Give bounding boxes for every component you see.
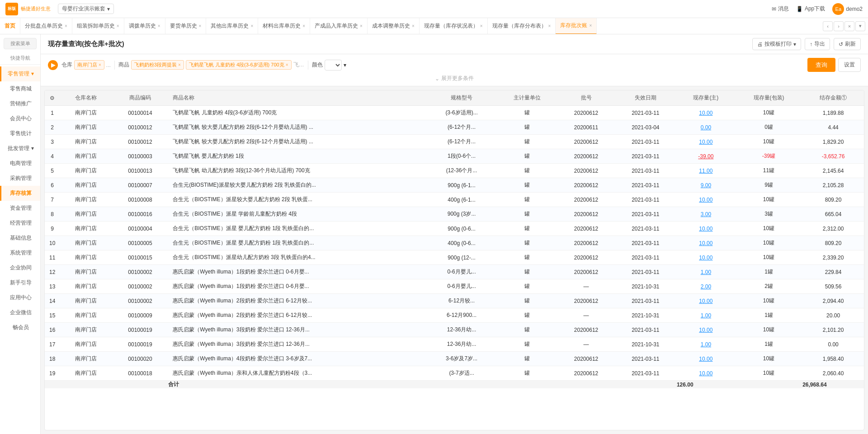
col-gear[interactable]: ⚙ xyxy=(45,90,60,106)
cell-code: 00100014 xyxy=(112,106,169,120)
cell-qty-main[interactable]: 3.00 xyxy=(677,207,735,222)
sidebar-item-retail-shop[interactable]: 零售商城 xyxy=(0,81,40,96)
color-select[interactable] xyxy=(325,60,342,71)
sidebar-item-newguide[interactable]: 新手引导 xyxy=(0,275,40,290)
sidebar-item-system[interactable]: 系统管理 xyxy=(0,245,40,260)
tab-2[interactable]: 组装拆卸单历史 × xyxy=(72,18,124,34)
settings-button[interactable]: 设置 xyxy=(838,58,861,72)
tab-10-close[interactable]: × xyxy=(548,24,551,28)
tab-home[interactable]: 首页 xyxy=(0,18,20,34)
cell-qty-main[interactable]: 9.00 xyxy=(677,178,735,193)
sidebar-item-corpwechat[interactable]: 企业微信 xyxy=(0,305,40,320)
message-button[interactable]: ✉ 消息 xyxy=(772,5,789,13)
cell-qty-main[interactable]: 2.00 xyxy=(677,279,735,294)
tab-5[interactable]: 其他出库单历史 × xyxy=(206,18,258,34)
sidebar-item-basic[interactable]: 基础信息 xyxy=(0,231,40,245)
sidebar-item-ecom[interactable]: 电商管理 xyxy=(0,156,40,171)
query-button[interactable]: 查询 xyxy=(807,58,835,72)
filter-expand-button[interactable]: ▶ xyxy=(48,60,58,70)
user-avatar-area[interactable]: Ea demo2 xyxy=(832,3,863,15)
sidebar-item-operation[interactable]: 经营管理 xyxy=(0,216,40,231)
cell-code: 00100019 xyxy=(112,337,169,352)
cell-qty-main[interactable]: 10.00 xyxy=(677,135,735,149)
tab-9-close[interactable]: × xyxy=(480,24,483,28)
tab-8[interactable]: 成本调整单历史 × xyxy=(368,18,420,34)
cell-spec: 400g (0-6... xyxy=(427,236,497,250)
tab-4-close[interactable]: × xyxy=(199,24,202,28)
tab-11[interactable]: 库存批次账 × xyxy=(556,18,597,34)
tab-6[interactable]: 材料出库单历史 × xyxy=(258,18,310,34)
sidebar-item-batch[interactable]: 批发管理 ▾ xyxy=(0,141,40,156)
cell-qty-main[interactable]: 11.00 xyxy=(677,164,735,178)
tab-home-label: 首页 xyxy=(5,22,15,30)
cell-qty-main[interactable]: 1.00 xyxy=(677,308,735,323)
tab-10[interactable]: 现存量（库存分布表） × xyxy=(488,18,556,34)
cell-qty-main[interactable]: -39.00 xyxy=(677,149,735,164)
tab-4[interactable]: 要货单历史 × xyxy=(165,18,207,34)
cell-batch: 20200612 xyxy=(558,250,614,265)
product-more[interactable]: 飞… xyxy=(293,61,304,69)
product-tag-1-remove[interactable]: × xyxy=(178,62,181,67)
cell-qty-main[interactable]: 10.00 xyxy=(677,294,735,308)
tab-5-close[interactable]: × xyxy=(250,24,253,28)
cell-qty-main[interactable]: 10.00 xyxy=(677,366,735,381)
tab-7-close[interactable]: × xyxy=(360,24,363,28)
cell-qty-main[interactable]: 10.00 xyxy=(677,236,735,250)
cell-qty-main[interactable]: 10.00 xyxy=(677,323,735,337)
cell-qty-main[interactable]: 1.00 xyxy=(677,337,735,352)
product-tag-2-remove[interactable]: × xyxy=(286,62,288,67)
cell-no: 4 xyxy=(45,149,60,164)
cell-code: 00100020 xyxy=(112,352,169,366)
cell-qty-main[interactable]: 10.00 xyxy=(677,222,735,236)
cell-expire: 2021-03-11 xyxy=(614,135,677,149)
sidebar-item-member[interactable]: 会员中心 xyxy=(0,111,40,126)
sidebar-item-enterprise[interactable]: 企业协同 xyxy=(0,260,40,275)
sidebar-item-system-label: 系统管理 xyxy=(10,250,32,256)
cell-qty-main[interactable]: 10.00 xyxy=(677,106,735,120)
sidebar-item-appstore[interactable]: 应用中心 xyxy=(0,290,40,305)
cell-qty-main[interactable]: 10.00 xyxy=(677,250,735,265)
app-download-button[interactable]: 📱 App下载 xyxy=(796,5,825,13)
cell-qty-main[interactable]: 10.00 xyxy=(677,352,735,366)
sidebar-item-retail-stats[interactable]: 零售统计 xyxy=(0,126,40,141)
tab-8-close[interactable]: × xyxy=(412,24,415,28)
cell-qty-main[interactable]: 0.00 xyxy=(677,120,735,135)
search-menu-button[interactable]: 搜索菜单 xyxy=(4,38,37,49)
refresh-icon: ↺ xyxy=(839,41,843,47)
warehouse-filter-group: 仓库 南岸门店 × ... xyxy=(61,60,111,70)
cell-unit: 罐 xyxy=(497,265,558,279)
refresh-button[interactable]: ↺ 刷新 xyxy=(834,38,861,50)
tab-next-btn[interactable]: › xyxy=(834,21,844,31)
template-print-button[interactable]: 🖨 按模板打印 ▾ xyxy=(752,38,801,50)
tab-1-close[interactable]: × xyxy=(65,24,67,28)
export-button[interactable]: ↑ 导出 xyxy=(805,38,830,50)
sidebar-item-purchase[interactable]: 采购管理 xyxy=(0,171,40,186)
cell-unit: 罐 xyxy=(497,135,558,149)
tab-11-close[interactable]: × xyxy=(589,23,592,28)
warehouse-tag-1-remove[interactable]: × xyxy=(99,62,101,67)
filter-expand-more[interactable]: ⌄ 展开更多条件 xyxy=(48,75,861,82)
tab-7[interactable]: 产成品入库单历史 × xyxy=(310,18,368,34)
cell-qty-main[interactable]: 10.00 xyxy=(677,193,735,207)
tab-2-close[interactable]: × xyxy=(117,24,119,28)
tab-9[interactable]: 现存量（库存状况表） × xyxy=(420,18,488,34)
tab-prev-btn[interactable]: ‹ xyxy=(823,21,833,31)
cell-qty-main[interactable]: 1.00 xyxy=(677,265,735,279)
cell-name: 飞鹤星飞帆 较大婴儿配方奶粉 2段(6-12个月婴幼儿适用) ... xyxy=(168,135,426,149)
sidebar-item-zero-retail[interactable]: 零售管理 ▾ xyxy=(0,66,40,81)
sidebar-item-vip[interactable]: 畅会员 xyxy=(0,320,40,335)
sidebar-item-marketing[interactable]: 营销推广 xyxy=(0,96,40,111)
sidebar-item-inventory[interactable]: 库存核算 xyxy=(0,186,40,201)
cell-amount: 20.00 xyxy=(802,308,864,323)
account-dropdown[interactable]: 母婴行业演示账套 ▾ xyxy=(58,4,114,14)
tab-menu-btn[interactable]: ▾ xyxy=(855,21,865,31)
tab-1[interactable]: 分批盘点单历史 × xyxy=(20,18,72,34)
tab-6-close[interactable]: × xyxy=(302,24,305,28)
tab-close-btn[interactable]: × xyxy=(844,21,854,31)
cell-qty-pkg: 10罐 xyxy=(735,135,802,149)
tab-3[interactable]: 调拨单历史 × xyxy=(124,18,165,34)
cell-name: 合生元（BIOSTIME）派星 学龄前儿童配方奶粉 4段 xyxy=(168,207,426,222)
tab-3-close[interactable]: × xyxy=(158,24,160,28)
sidebar-item-finance[interactable]: 资金管理 xyxy=(0,201,40,216)
warehouse-more[interactable]: ... xyxy=(106,62,111,68)
